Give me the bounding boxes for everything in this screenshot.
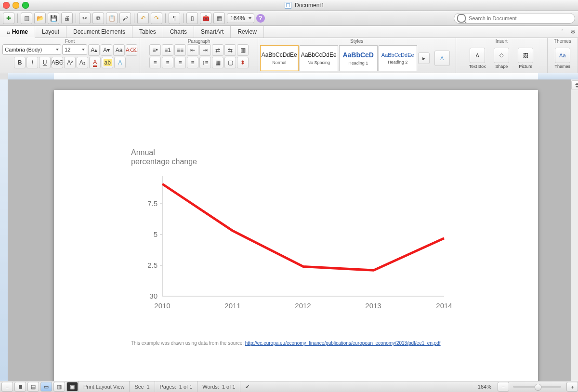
line-spacing-button[interactable]: ↕≡: [199, 57, 211, 68]
vertical-scrollbar[interactable]: [571, 79, 578, 381]
view-outline-button[interactable]: ≣: [14, 382, 26, 392]
columns-button[interactable]: ▥: [237, 44, 249, 56]
styles-pane-button[interactable]: A: [431, 51, 454, 66]
tab-document-elements[interactable]: Document Elements: [66, 26, 132, 38]
search-input[interactable]: [468, 15, 575, 22]
styles-pane-icon: A: [434, 51, 450, 66]
clear-formatting-button[interactable]: A⌫: [126, 44, 137, 56]
tab-charts[interactable]: Charts: [163, 26, 194, 38]
scroll-spinner[interactable]: [571, 80, 578, 90]
sidebar-toggle-button[interactable]: ▯: [186, 13, 198, 24]
group-insert: Insert A Text Box ◇ Shape 🖼 Picture: [456, 38, 548, 73]
decrease-indent-button[interactable]: ⇤: [187, 44, 198, 56]
open-button[interactable]: 📂: [34, 13, 46, 24]
new-from-template-button[interactable]: ▥: [21, 13, 32, 24]
multilevel-list-button[interactable]: ≡≡: [174, 44, 186, 56]
superscript-button[interactable]: A²: [64, 57, 76, 68]
tab-tables[interactable]: Tables: [132, 26, 163, 38]
shading-button[interactable]: ▦: [212, 57, 223, 68]
vertical-ruler[interactable]: [0, 79, 8, 381]
format-painter-button[interactable]: 🖌: [119, 13, 131, 24]
spellcheck-button[interactable]: ✔︎: [240, 381, 254, 392]
style-normal[interactable]: AaBbCcDdEeNormal: [260, 45, 299, 71]
style-no-spacing[interactable]: AaBbCcDdEeNo Spacing: [300, 45, 338, 71]
rtl-button[interactable]: ⇆: [224, 44, 236, 56]
tab-smartart[interactable]: SmartArt: [194, 26, 231, 38]
style-heading-1[interactable]: AaBbCcDHeading 1: [339, 45, 378, 71]
tab-review[interactable]: Review: [231, 26, 263, 38]
zoom-slider[interactable]: [513, 386, 561, 388]
tab-home[interactable]: ⌂Home: [0, 26, 35, 38]
bullet-list-button[interactable]: ≡•: [149, 44, 161, 56]
ribbon-collapse-button[interactable]: ˆ: [557, 26, 567, 38]
increase-indent-button[interactable]: ⇥: [199, 44, 211, 56]
ltr-button[interactable]: ⇄: [212, 44, 223, 56]
copy-button[interactable]: ⧉: [92, 13, 104, 24]
close-window-button[interactable]: [3, 2, 10, 9]
insert-textbox-button[interactable]: A Text Box: [466, 48, 489, 69]
font-color-button[interactable]: A: [89, 57, 101, 68]
text-effects-button[interactable]: A: [114, 57, 126, 68]
align-left-button[interactable]: ≡: [149, 57, 161, 68]
help-button[interactable]: ?: [256, 14, 265, 23]
bold-button[interactable]: B: [14, 57, 26, 68]
highlight-button[interactable]: ab: [102, 57, 113, 68]
change-case-button[interactable]: Aa: [113, 44, 125, 56]
view-print-button[interactable]: ▭: [40, 382, 52, 392]
toolbox-button[interactable]: 🧰: [200, 13, 211, 24]
tab-layout[interactable]: Layout: [35, 26, 66, 38]
page[interactable]: Annual percentage change 7.5: [54, 90, 538, 381]
styles-more-button[interactable]: ▸: [418, 52, 430, 64]
font-name-select[interactable]: Cambria (Body): [2, 44, 61, 55]
sort-button[interactable]: ⬍: [237, 57, 249, 68]
app-window: Document1 ✚ ▥ 📂 💾 🖨 ✂ ⧉ 📋 🖌 ↶ ↷ ¶ ▯ 🧰 ▦ …: [0, 0, 578, 392]
number-list-button[interactable]: ≡1: [162, 44, 173, 56]
zoom-window-button[interactable]: [22, 2, 29, 9]
style-heading-2[interactable]: AaBbCcDdEeHeading 2: [379, 45, 417, 71]
font-size-select[interactable]: 12: [62, 44, 87, 55]
underline-button[interactable]: U: [39, 57, 51, 68]
italic-button[interactable]: I: [26, 57, 38, 68]
zoom-select[interactable]: 164%: [227, 13, 254, 23]
separator: [76, 13, 76, 23]
align-right-button[interactable]: ≡: [174, 57, 186, 68]
scroll-pane[interactable]: Annual percentage change 7.5: [8, 79, 571, 381]
undo-button[interactable]: ↶: [137, 13, 149, 24]
view-focus-button[interactable]: ▣: [66, 382, 78, 392]
style-name: Normal: [272, 60, 286, 65]
shrink-font-button[interactable]: A▾: [101, 44, 112, 56]
borders-button[interactable]: ▢: [224, 57, 236, 68]
show-marks-button[interactable]: ¶: [169, 13, 180, 24]
source-link[interactable]: http://ec.europa.eu/economy_finance/publ…: [245, 340, 441, 346]
print-button[interactable]: 🖨: [61, 13, 73, 24]
chart-title-line2: percentage change: [131, 157, 478, 166]
insert-picture-button[interactable]: 🖼 Picture: [514, 48, 537, 69]
search-box[interactable]: [454, 13, 575, 24]
media-button[interactable]: ▦: [213, 13, 225, 24]
new-icon: ✚: [6, 15, 11, 22]
spacer: [264, 26, 557, 38]
paste-button[interactable]: 📋: [106, 13, 118, 24]
view-draft-button[interactable]: ≡: [1, 382, 13, 392]
view-publishing-button[interactable]: ▤: [27, 382, 39, 392]
ribbon-settings-button[interactable]: ✻: [567, 26, 578, 38]
minimize-window-button[interactable]: [13, 2, 19, 9]
view-notebook-button[interactable]: ▥: [53, 382, 65, 392]
new-doc-button[interactable]: ✚: [3, 13, 14, 24]
xtick: 2013: [365, 301, 381, 310]
textbox-icon: A: [470, 48, 485, 63]
zoom-out-button[interactable]: −: [498, 382, 509, 392]
align-center-button[interactable]: ≡: [162, 57, 173, 68]
themes-button[interactable]: Aa Themes: [551, 48, 574, 69]
save-button[interactable]: 💾: [48, 13, 59, 24]
zoom-in-button[interactable]: ＋: [566, 382, 578, 392]
cut-button[interactable]: ✂: [79, 13, 91, 24]
shape-icon: ◇: [494, 48, 509, 63]
strikethrough-button[interactable]: ABC: [52, 57, 63, 68]
justify-button[interactable]: ≡: [187, 57, 198, 68]
grow-font-button[interactable]: A▴: [88, 44, 100, 56]
redo-button[interactable]: ↷: [151, 13, 162, 24]
subscript-button[interactable]: A₂: [77, 57, 88, 68]
insert-shape-button[interactable]: ◇ Shape: [490, 48, 513, 69]
font-name-value: Cambria (Body): [5, 47, 42, 52]
